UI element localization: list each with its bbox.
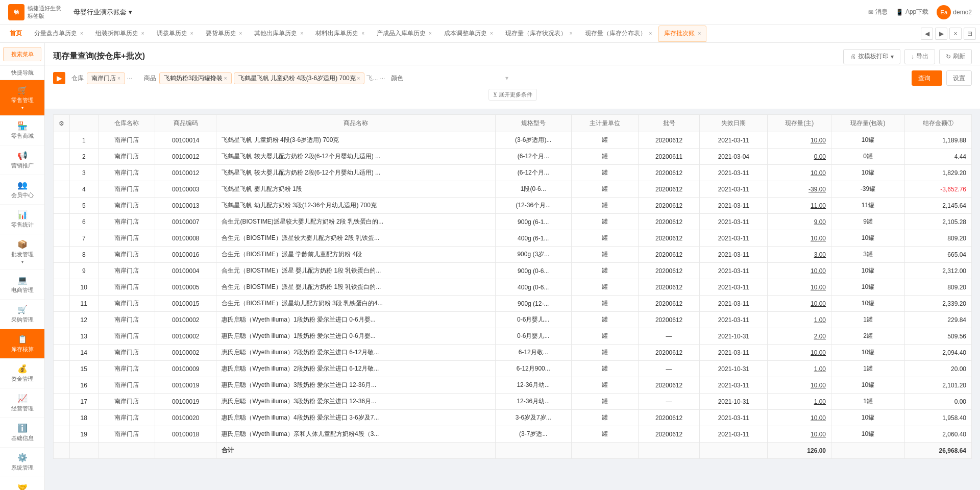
sidebar-item-base-info[interactable]: ℹ️ 基础信息: [0, 418, 44, 448]
account-selector[interactable]: 母婴行业演示账套 ▾: [74, 8, 132, 17]
close-icon[interactable]: ×: [361, 31, 364, 36]
app-download-action[interactable]: 📱 App下载: [896, 8, 928, 16]
stats-icon: 📊: [17, 210, 28, 219]
table-row: 16 南岸门店 00100019 惠氏启聪（Wyeth illuma）3段奶粉 …: [54, 377, 972, 394]
close-icon[interactable]: ×: [190, 31, 193, 36]
cell-qty-main[interactable]: 10.00: [768, 345, 831, 361]
search-menu-button[interactable]: 搜索菜单: [3, 47, 41, 61]
cell-code: 00100005: [155, 279, 216, 296]
warehouse-tag-1[interactable]: 南岸门店 ×: [87, 72, 125, 84]
sidebar-item-marketing[interactable]: 📢 营销推广: [0, 145, 44, 175]
tab-scroll-right[interactable]: ▶: [935, 28, 947, 40]
close-icon[interactable]: ×: [239, 31, 242, 36]
sidebar-item-finance[interactable]: 💰 资金管理: [0, 359, 44, 388]
sidebar-item-system[interactable]: ⚙️ 系统管理: [0, 448, 44, 477]
cell-qty-main[interactable]: 10.00: [768, 263, 831, 279]
message-action[interactable]: ✉ 消息: [868, 8, 888, 16]
cell-qty-main[interactable]: 10.00: [768, 410, 831, 426]
tab-menu[interactable]: ⊟: [964, 28, 976, 40]
close-icon[interactable]: ×: [698, 31, 701, 36]
mall-icon: 🏪: [17, 121, 28, 131]
cell-qty-main[interactable]: 1.00: [768, 394, 831, 410]
cell-qty-main[interactable]: 1.00: [768, 312, 831, 328]
print-icon: 🖨: [850, 53, 856, 60]
goods-tag-2[interactable]: 飞鹤星飞帆 儿童奶粉 4段(3-6岁适用) 700克 ×: [234, 72, 365, 84]
cell-spec: 0-6月婴儿...: [495, 328, 571, 345]
cell-qty-main[interactable]: 2.00: [768, 328, 831, 345]
close-icon[interactable]: ×: [490, 31, 493, 36]
filter-expand-arrow[interactable]: ▶: [53, 72, 65, 84]
tab-home[interactable]: 首页: [4, 26, 28, 42]
tag-close-icon[interactable]: ×: [357, 76, 360, 81]
close-icon[interactable]: ×: [429, 31, 432, 36]
ecommerce-icon: 💻: [17, 275, 28, 285]
close-icon[interactable]: ×: [80, 31, 83, 36]
col-settings[interactable]: ⚙: [54, 115, 70, 132]
sidebar-item-inventory[interactable]: 📋 库存核算: [0, 329, 44, 359]
sidebar-item-retail-mall[interactable]: 🏪 零售商城: [0, 116, 44, 145]
cell-qty-main[interactable]: 10.00: [768, 279, 831, 296]
refresh-button[interactable]: ↻ 刷新: [939, 49, 972, 64]
goods-more-text[interactable]: 飞...: [366, 74, 378, 83]
sidebar-item-ops[interactable]: 📈 经营管理: [0, 388, 44, 418]
close-icon[interactable]: ×: [141, 31, 144, 36]
user-avatar[interactable]: Ea demo2: [937, 5, 972, 19]
cell-no: 13: [70, 328, 99, 345]
tag-close-icon[interactable]: ×: [117, 76, 120, 81]
footer-label: 合计: [216, 443, 495, 459]
cell-qty-main[interactable]: 3.00: [768, 247, 831, 263]
goods-filter-group: 商品 飞鹤奶粉3段丙罐搀装 × 飞鹤星飞帆 儿童奶粉 4段(3-6岁适用) 70…: [144, 72, 385, 84]
sidebar-item-retail-stats[interactable]: 📊 零售统计: [0, 205, 44, 234]
cell-amount: 4.44: [904, 149, 971, 165]
cell-batch: 20200612: [638, 377, 699, 394]
color-selector[interactable]: ▾: [406, 75, 508, 82]
close-icon[interactable]: ×: [570, 31, 573, 36]
tab-11[interactable]: 库存批次账 ×: [658, 26, 706, 42]
tab-close-current[interactable]: ×: [949, 28, 962, 40]
cell-qty-main[interactable]: 11.00: [768, 198, 831, 214]
cell-qty-main[interactable]: 10.00: [768, 165, 831, 181]
cell-qty-main[interactable]: 1.00: [768, 361, 831, 377]
sidebar-item-retail-mgmt[interactable]: 🛒 零售管理 ▾: [0, 80, 44, 116]
tab-7[interactable]: 产成品入库单历史 ×: [371, 26, 437, 42]
tab-2[interactable]: 组装拆卸单历史 ×: [90, 26, 150, 42]
tab-5[interactable]: 其他出库单历史 ×: [249, 26, 309, 42]
cell-qty-main[interactable]: 10.00: [768, 377, 831, 394]
tab-1[interactable]: 分量盘点单历史 ×: [29, 26, 89, 42]
sidebar-item-member[interactable]: 👥 会员中心: [0, 175, 44, 205]
sidebar-item-purchase[interactable]: 🛒 采购管理: [0, 300, 44, 329]
settings-button[interactable]: 设置: [946, 70, 972, 86]
cell-amount: 1,189.88: [904, 132, 971, 149]
cell-qty-main[interactable]: 9.00: [768, 214, 831, 230]
tab-scroll-left[interactable]: ◀: [921, 28, 933, 40]
settings-icon[interactable]: ⚙: [59, 120, 64, 127]
sidebar-item-wholesale[interactable]: 📦 批发管理 ▾: [0, 234, 44, 270]
tab-6[interactable]: 材料出库单历史 ×: [310, 26, 370, 42]
cell-qty-main[interactable]: -39.00: [768, 181, 831, 198]
tab-4[interactable]: 要货单历史 ×: [200, 26, 248, 42]
cell-qty-main[interactable]: 0.00: [768, 149, 831, 165]
tab-10[interactable]: 现存量（库存分布表） ×: [579, 26, 658, 42]
filter-more-btn[interactable]: ···: [380, 75, 385, 82]
close-icon[interactable]: ×: [300, 31, 303, 36]
tag-close-icon[interactable]: ×: [224, 76, 227, 81]
cell-name: 惠氏启聪（Wyeth illuma）亲和人体儿童配方奶粉4段（3...: [216, 426, 495, 443]
sidebar-item-collab[interactable]: 🤝 企业协同: [0, 477, 44, 490]
sidebar-quick-nav[interactable]: 快捷导航: [0, 66, 44, 80]
close-icon[interactable]: ×: [649, 31, 652, 36]
print-button[interactable]: 🖨 按模板打印 ▾: [843, 49, 900, 64]
cell-qty-main[interactable]: 10.00: [768, 426, 831, 443]
cell-qty-main[interactable]: 10.00: [768, 132, 831, 149]
query-button[interactable]: 查询: [912, 70, 942, 86]
expand-conditions-btn[interactable]: ⊻ 展开更多条件: [488, 89, 537, 101]
tab-9[interactable]: 现存量（库存状况表） ×: [500, 26, 578, 42]
tab-8[interactable]: 成本调整单历史 ×: [438, 26, 499, 42]
sidebar-item-ecommerce[interactable]: 💻 电商管理: [0, 270, 44, 300]
cell-qty-main[interactable]: 10.00: [768, 296, 831, 312]
cell-unit: 罐: [571, 132, 638, 149]
goods-tag-1[interactable]: 飞鹤奶粉3段丙罐搀装 ×: [159, 72, 232, 84]
tab-3[interactable]: 调拨单历史 ×: [151, 26, 199, 42]
filter-more-btn[interactable]: ···: [127, 75, 132, 82]
cell-qty-main[interactable]: 10.00: [768, 230, 831, 247]
export-button[interactable]: ↓ 导出: [904, 49, 935, 64]
